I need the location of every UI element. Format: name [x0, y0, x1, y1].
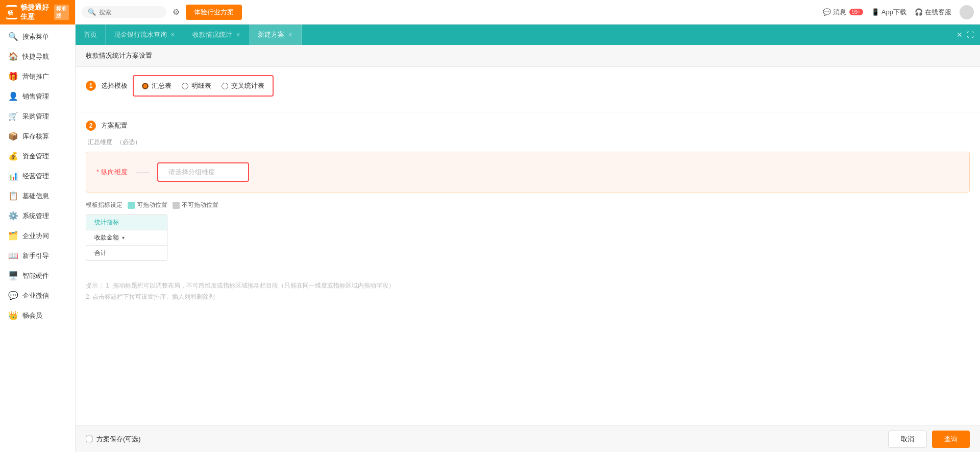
service-icon: 🎧: [915, 8, 923, 16]
main-area: 🔍 ⚙ 体验行业方案 💬 消息 99+ 📱 App下载 🎧 在线客服 首页: [76, 0, 980, 452]
search-nav-icon: 🔍: [8, 32, 18, 41]
topbar-right: 💬 消息 99+ 📱 App下载 🎧 在线客服: [823, 5, 974, 19]
chart-icon: 📊: [8, 171, 18, 181]
indicators-header: 模板指标设定 可拖动位置 不可拖动位置: [86, 201, 970, 209]
dimension-select[interactable]: 请选择分组维度: [157, 162, 249, 182]
settings-icon[interactable]: ⚙: [170, 5, 182, 19]
sidebar-item-collab[interactable]: 🗂️ 企业协同: [0, 226, 75, 246]
sidebar-item-finance[interactable]: 💰 资金管理: [0, 146, 75, 166]
radio-detail[interactable]: 明细表: [182, 81, 211, 90]
message-icon: 💬: [823, 8, 831, 16]
save-label: 方案保存(可选): [96, 435, 141, 444]
tip-1: 提示： 1. 拖动标题栏可以调整布局，不可跨维度或指标区域拖动栏目段（只能在同一…: [86, 280, 970, 292]
tab-new-close[interactable]: ×: [287, 31, 293, 38]
wechat-icon: 💬: [8, 291, 18, 300]
tab-bank-label: 现金银行流水查询: [114, 30, 167, 39]
footer-left: 方案保存(可选): [86, 435, 883, 444]
sidebar-item-label: 新手引导: [22, 251, 49, 260]
search-icon: 🔍: [88, 8, 96, 16]
online-service-btn[interactable]: 🎧 在线客服: [915, 8, 951, 17]
radio-summary[interactable]: 汇总表: [142, 81, 172, 90]
tab-home-label: 首页: [84, 30, 97, 39]
tab-new[interactable]: 新建方案 ×: [250, 25, 302, 45]
tab-close-window-btn[interactable]: ✕: [957, 31, 963, 39]
tab-maximize-btn[interactable]: ⛶: [967, 31, 974, 39]
topbar: 🔍 ⚙ 体验行业方案 💬 消息 99+ 📱 App下载 🎧 在线客服: [76, 0, 980, 25]
dimension-arrow: ——: [136, 169, 149, 176]
sidebar-item-quicknav[interactable]: 🏠 快捷导航: [0, 46, 75, 66]
sidebar: 畅 畅捷通好生意 标准版 🔍 搜索菜单 🏠 快捷导航 🎁 营销推广 👤 销售管理…: [0, 0, 76, 452]
fixed-indicator: [173, 202, 180, 209]
gift-icon: 🎁: [8, 72, 18, 81]
radio-cross-label: 交叉统计表: [231, 81, 264, 90]
sidebar-item-label: 库存核算: [22, 132, 49, 141]
sidebar-item-wechat[interactable]: 💬 企业微信: [0, 286, 75, 305]
amount-dropdown-icon[interactable]: ▾: [122, 235, 125, 241]
sidebar-item-sales[interactable]: 👤 销售管理: [0, 86, 75, 106]
radio-summary-input[interactable]: [142, 83, 149, 89]
radio-cross-input[interactable]: [222, 83, 228, 89]
query-button[interactable]: 查询: [932, 431, 970, 448]
save-checkbox[interactable]: [86, 436, 92, 442]
radio-detail-input[interactable]: [182, 83, 188, 89]
sidebar-item-label: 快捷导航: [22, 52, 49, 61]
app-download-label: App下载: [881, 8, 906, 17]
sidebar-item-label: 采购管理: [22, 112, 49, 121]
indicators-group-label: 统计指标: [94, 219, 119, 226]
tab-home[interactable]: 首页: [76, 25, 106, 45]
tab-bank-close[interactable]: ×: [170, 31, 176, 38]
sidebar-item-marketing[interactable]: 🎁 营销推广: [0, 66, 75, 86]
sidebar-item-label: 畅会员: [22, 311, 42, 320]
sidebar-item-purchase[interactable]: 🛒 采购管理: [0, 106, 75, 126]
step2-title: 方案配置: [101, 121, 128, 130]
box-icon: 📦: [8, 131, 18, 141]
cancel-button[interactable]: 取消: [888, 431, 927, 448]
tab-receipt-close[interactable]: ×: [235, 31, 241, 38]
sidebar-item-label: 智能硬件: [22, 271, 49, 280]
hardware-icon: 🖥️: [8, 271, 18, 280]
sidebar-item-search[interactable]: 🔍 搜索菜单: [0, 27, 75, 46]
sidebar-item-label: 系统管理: [22, 211, 49, 221]
sidebar-item-operations[interactable]: 📊 经营管理: [0, 166, 75, 186]
money-icon: 💰: [8, 151, 18, 161]
step2-number: 2: [86, 121, 96, 131]
clipboard-icon: 📋: [8, 191, 18, 201]
sidebar-item-label: 搜索菜单: [22, 32, 49, 41]
message-label: 消息: [833, 8, 846, 17]
tip-2: 2. 点击标题栏下拉可设置排序、插入列和删除列: [86, 292, 970, 303]
sidebar-item-hardware[interactable]: 🖥️ 智能硬件: [0, 266, 75, 286]
step1-title: 选择模板: [101, 81, 128, 90]
tab-receipt[interactable]: 收款情况统计 ×: [184, 25, 250, 45]
legend-fixed: 不可拖动位置: [173, 201, 218, 209]
indicators-area: 模板指标设定 可拖动位置 不可拖动位置 统计指标: [86, 201, 970, 263]
sidebar-item-label: 经营管理: [22, 172, 49, 181]
sidebar-item-label: 营销推广: [22, 72, 49, 81]
sidebar-item-guide[interactable]: 📖 新手引导: [0, 246, 75, 266]
radio-detail-label: 明细表: [191, 81, 211, 90]
content: 收款情况统计方案设置 1 选择模板 汇总表: [76, 45, 980, 452]
sidebar-item-inventory[interactable]: 📦 库存核算: [0, 126, 75, 146]
indicators-cell-amount[interactable]: 收款金额 ▾: [86, 230, 167, 245]
service-label: 在线客服: [925, 8, 951, 17]
search-input[interactable]: [99, 9, 160, 16]
sidebar-item-member[interactable]: 👑 畅会员: [0, 305, 75, 325]
sidebar-item-basicinfo[interactable]: 📋 基础信息: [0, 186, 75, 206]
dimension-required-hint: （必选）: [116, 138, 141, 146]
message-btn[interactable]: 💬 消息 99+: [823, 8, 863, 17]
sidebar-item-system[interactable]: ⚙️ 系统管理: [0, 206, 75, 226]
dimension-label: 汇总维度 （必选）: [86, 138, 970, 147]
page-title: 收款情况统计方案设置: [76, 45, 980, 67]
search-bar[interactable]: 🔍: [82, 6, 166, 18]
radio-cross[interactable]: 交叉统计表: [222, 81, 264, 90]
logo-tag: 标准版: [54, 5, 69, 20]
draggable-indicator: [128, 202, 135, 209]
indicators-label: 模板指标设定: [86, 201, 122, 209]
sidebar-item-label: 基础信息: [22, 192, 49, 201]
legend-fixed-label: 不可拖动位置: [182, 201, 218, 209]
dimension-row-label: * 纵向维度: [96, 168, 128, 177]
industry-btn[interactable]: 体验行业方案: [186, 5, 242, 20]
tab-bank[interactable]: 现金银行流水查询 ×: [106, 25, 184, 45]
app-download-btn[interactable]: 📱 App下载: [871, 8, 906, 17]
avatar[interactable]: [960, 5, 974, 19]
sidebar-nav: 🔍 搜索菜单 🏠 快捷导航 🎁 营销推广 👤 销售管理 🛒 采购管理 📦 库存核…: [0, 25, 75, 452]
